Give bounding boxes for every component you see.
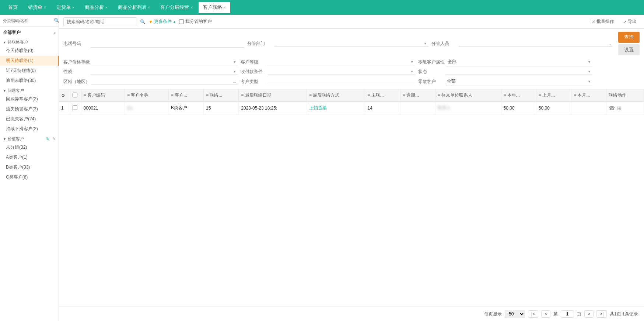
partner-contact-value: 联系人 [438, 105, 451, 110]
th-name[interactable]: ≡ 客户名称 [125, 89, 169, 102]
more-conditions-btn[interactable]: ▼ 更多条件 ▲ [148, 18, 176, 25]
batch-op-btn[interactable]: ☑ 批量操作 [588, 17, 617, 26]
collapse-icon[interactable]: « [53, 31, 56, 35]
filter-row-4: 区域（地区） … 客户类型 零散客户 全部 ▼ [63, 77, 640, 86]
nature-select[interactable]: ▼ [91, 69, 238, 75]
next-page-btn[interactable]: > [584, 310, 594, 318]
dept-select[interactable]: ▼ [274, 41, 428, 47]
my-customers-checkbox[interactable] [179, 19, 184, 24]
sidebar-item-c-class[interactable]: C类客户(6) [0, 172, 59, 182]
td-index: 1 [59, 102, 70, 114]
retail-customer-chevron: ▼ [588, 80, 591, 83]
filter-phone: 电话号码 [63, 40, 244, 48]
th-code[interactable]: ≡ 客户编码 [81, 89, 125, 102]
last-contact-method-link[interactable]: 下销货单 [309, 105, 327, 110]
search-icon[interactable]: 🔍 [140, 19, 146, 24]
sidebar: 🔍 全部客户 « ▼ 待联络客户 今天待联络(0) 明天待联络(1) 近7天待联… [0, 15, 59, 321]
data-table: ⚙ ≡ 客户编码 ≡ 客户名称 ≡ 客户... ≡ 联络... [59, 89, 644, 114]
price-level-select[interactable]: ▼ [91, 59, 238, 65]
td-overdue [400, 102, 435, 114]
nav-customer-tier-close[interactable]: × [190, 6, 193, 10]
nav-sales[interactable]: 销货单 × [24, 2, 50, 13]
td-last-contact-method[interactable]: 下销货单 [307, 102, 365, 114]
retail-attr-select[interactable]: 全部 ▼ [446, 58, 592, 66]
sidebar-item-overdue[interactable]: 逾期未联络(30) [0, 76, 59, 86]
nav-sales-close[interactable]: × [44, 6, 46, 10]
th-last-contact-method[interactable]: ≡ 最后联络方式 [307, 89, 365, 102]
th-partner-contact[interactable]: ≡ 往来单位联系人 [435, 89, 501, 102]
per-page-select[interactable]: 50 100 200 [505, 310, 525, 318]
customer-level-label: 客户等级 [241, 59, 266, 65]
sidebar-search-container: 🔍 [0, 15, 59, 27]
nav-purchase-close[interactable]: × [72, 6, 74, 10]
page-input[interactable] [561, 310, 574, 318]
sidebar-item-7days[interactable]: 近7天待联络(0) [0, 66, 59, 76]
sidebar-item-repurchase[interactable]: 回购异常客户(2) [0, 94, 59, 104]
nav-customer-contact[interactable]: 客户联络 × [199, 2, 230, 13]
nav-analysis-list[interactable]: 商品分析列表 × [113, 2, 155, 13]
retail-customer-select[interactable]: 全部 ▼ [445, 77, 592, 86]
batch-op-label: 批量操作 [596, 18, 614, 25]
payment-select[interactable]: ▼ [268, 69, 415, 75]
export-btn[interactable]: ↗ 导出 [620, 17, 640, 26]
sidebar-item-churn-warning[interactable]: 流失预警客户(3) [0, 104, 59, 114]
my-customers-checkbox-label[interactable]: 我分管的客户 [179, 18, 212, 25]
sidebar-item-churned[interactable]: 已流失客户(24) [0, 114, 59, 124]
th-this-year[interactable]: ≡ 本年... [501, 89, 536, 102]
nav-customer-contact-close[interactable]: × [224, 6, 226, 10]
th-last-contact-date[interactable]: ≡ 最后联络日期 [239, 89, 307, 102]
filter-actions: 查询 设置 [615, 32, 640, 55]
sidebar-item-ungrouped[interactable]: 未分组(32) [0, 142, 59, 152]
region-label: 区域（地区） [63, 79, 90, 85]
filter-customer-level: 客户等级 ▼ [241, 59, 415, 65]
th-this-month[interactable]: ≡ 本月... [571, 89, 606, 102]
table-header-row: ⚙ ≡ 客户编码 ≡ 客户名称 ≡ 客户... ≡ 联络... [59, 89, 644, 102]
td-this-year: 50.00 [501, 102, 536, 114]
sidebar-item-declining[interactable]: 持续下滑客户(2) [0, 124, 59, 134]
sidebar-item-b-class[interactable]: B类客户(33) [0, 162, 59, 172]
th-last-month[interactable]: ≡ 上月... [536, 89, 571, 102]
th-uncontacted[interactable]: ≡ 未联... [365, 89, 400, 102]
last-page-btn[interactable]: >| [596, 310, 607, 318]
row-checkbox[interactable] [73, 105, 77, 110]
group-pending-label: 待联络客户 [8, 39, 28, 45]
select-all-checkbox[interactable] [73, 93, 77, 97]
status-select[interactable]: ▼ [445, 69, 592, 75]
nav-home[interactable]: 首页 [4, 2, 22, 13]
group-value-label: 价值客户 [8, 136, 24, 142]
th-overdue-label: ≡ 逾期... [403, 93, 419, 98]
search-input[interactable] [63, 17, 137, 26]
nav-analysis[interactable]: 商品分析 × [80, 2, 112, 13]
value-refresh-icon[interactable]: ↻ [46, 137, 49, 141]
th-type[interactable]: ≡ 客户... [168, 89, 203, 102]
th-contact[interactable]: ≡ 联络... [204, 89, 239, 102]
customer-type-select[interactable] [268, 80, 415, 83]
action-grid-icon[interactable]: ⊞ [617, 105, 622, 111]
th-overdue[interactable]: ≡ 逾期... [400, 89, 435, 102]
nav-analysis-list-close[interactable]: × [148, 6, 150, 10]
customer-level-select[interactable]: ▼ [268, 59, 415, 65]
sidebar-item-a-class[interactable]: A类客户(1) [0, 152, 59, 162]
group-value-customers: ▼ 价值客户 ↻ ✎ [0, 134, 59, 142]
sidebar-item-tomorrow[interactable]: 明天待联络(1) [0, 56, 59, 66]
sidebar-item-today[interactable]: 今天待联络(0) [0, 46, 59, 56]
nav-purchase[interactable]: 进货单 × [52, 2, 79, 13]
manager-select[interactable]: … [459, 41, 612, 47]
th-last-contact-date-label: ≡ 最后联络日期 [241, 93, 271, 98]
sidebar-search-input[interactable] [3, 18, 54, 23]
set-btn[interactable]: 设置 [618, 44, 640, 55]
first-page-btn[interactable]: |< [528, 310, 538, 318]
nav-analysis-close[interactable]: × [105, 6, 108, 10]
action-phone-icon[interactable]: ☎ [609, 105, 615, 111]
phone-input[interactable] [91, 40, 244, 48]
td-uncontacted: 14 [365, 102, 400, 114]
value-edit-icon[interactable]: ✎ [52, 137, 56, 141]
customer-type-label: 客户类型 [241, 79, 266, 85]
nav-purchase-label: 进货单 [56, 4, 71, 11]
prev-page-btn[interactable]: < [541, 310, 550, 318]
query-btn[interactable]: 查询 [618, 32, 640, 43]
region-select[interactable]: … [91, 79, 238, 85]
sidebar-search-icon[interactable]: 🔍 [54, 18, 59, 23]
th-settings[interactable]: ⚙ [59, 89, 70, 102]
nav-customer-tier[interactable]: 客户分层经营 × [156, 2, 197, 13]
